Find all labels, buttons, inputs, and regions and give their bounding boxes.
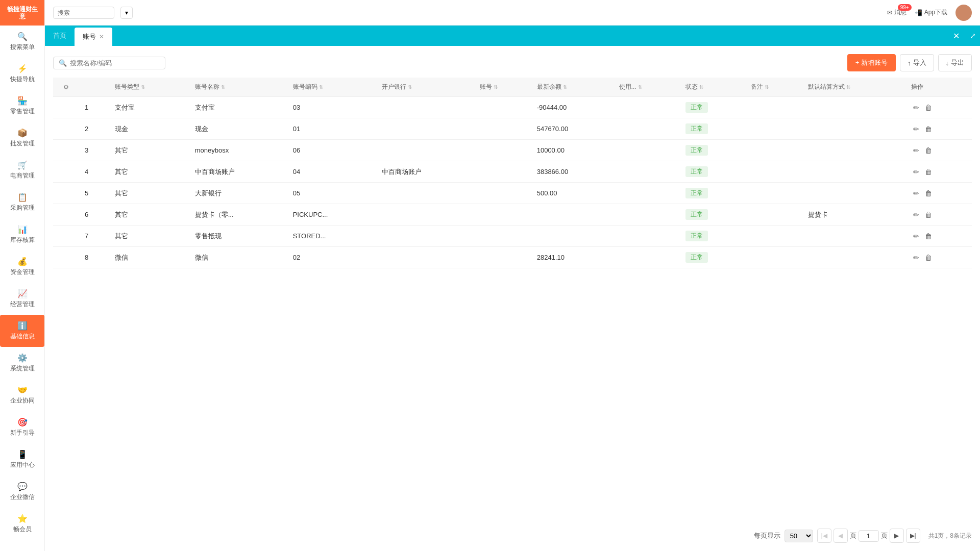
edit-button[interactable]: ✏ xyxy=(911,253,921,263)
delete-button[interactable]: 🗑 xyxy=(923,103,934,113)
next-page-button[interactable]: ▶ xyxy=(890,529,904,543)
edit-button[interactable]: ✏ xyxy=(911,145,921,156)
col-latest-balance[interactable]: 最新余额 ⇅ xyxy=(531,78,613,97)
cell-account-number xyxy=(474,140,531,161)
account-search-box[interactable]: 🔍 xyxy=(53,57,165,69)
guide-icon: 🎯 xyxy=(17,417,28,427)
cell-settings xyxy=(53,183,79,204)
app-download-label: App下载 xyxy=(924,8,947,17)
col-account-code[interactable]: 账号编码 ⇅ xyxy=(287,78,376,97)
cell-index: 1 xyxy=(79,97,109,118)
cell-latest-balance xyxy=(531,226,613,247)
export-button[interactable]: ↓ 导出 xyxy=(938,54,972,71)
cell-notes xyxy=(745,204,802,226)
sidebar: 畅捷通财生意 🔍 搜索菜单 ⚡ 快捷导航 🏪 零售管理 📦 批发管理 🛒 电商管… xyxy=(0,0,45,551)
cell-default-settlement xyxy=(802,97,905,118)
delete-button[interactable]: 🗑 xyxy=(923,253,934,263)
edit-button[interactable]: ✏ xyxy=(911,231,921,241)
sidebar-item-finance-mgmt[interactable]: 💰 资金管理 xyxy=(0,251,44,283)
cell-settings xyxy=(53,161,79,183)
cell-settings xyxy=(53,140,79,161)
cell-account-number xyxy=(474,247,531,268)
cell-opening-bank: 中百商场账户 xyxy=(376,161,474,183)
edit-button[interactable]: ✏ xyxy=(911,210,921,220)
sidebar-item-quick-nav[interactable]: ⚡ 快捷导航 xyxy=(0,58,44,90)
col-settings[interactable]: ⚙ xyxy=(53,78,79,97)
col-account-name[interactable]: 账号名称 ⇅ xyxy=(189,78,287,97)
cell-notes xyxy=(745,226,802,247)
sidebar-item-enterprise-wechat[interactable]: 💬 企业微信 xyxy=(0,475,44,508)
prev-page-button[interactable]: ◀ xyxy=(834,529,848,543)
search-menu-icon: 🔍 xyxy=(17,32,28,41)
edit-button[interactable]: ✏ xyxy=(911,103,921,113)
toolbar-actions: + 新增账号 ↑ 导入 ↓ 导出 xyxy=(847,54,972,71)
cell-index: 7 xyxy=(79,226,109,247)
col-default-settlement[interactable]: 默认结算方式 ⇅ xyxy=(802,78,905,97)
sidebar-item-label: 电商管理 xyxy=(10,171,35,180)
sidebar-item-wholesale-mgmt[interactable]: 📦 批发管理 xyxy=(0,122,44,154)
export-label: 导出 xyxy=(951,58,964,67)
col-notes[interactable]: 备注 ⇅ xyxy=(745,78,802,97)
topbar-dropdown[interactable]: ▾ xyxy=(120,7,133,19)
col-account-type[interactable]: 账号类型 ⇅ xyxy=(109,78,189,97)
sidebar-item-new-guide[interactable]: 🎯 新手引导 xyxy=(0,411,44,443)
col-status[interactable]: 状态 ⇅ xyxy=(679,78,745,97)
first-page-button[interactable]: |◀ xyxy=(817,529,831,543)
sidebar-item-label: 批发管理 xyxy=(10,139,35,148)
page-number-input[interactable] xyxy=(859,530,879,542)
account-search-input[interactable] xyxy=(70,59,160,67)
last-page-button[interactable]: ▶| xyxy=(906,529,920,543)
cell-account-number xyxy=(474,183,531,204)
page-size-select[interactable]: 50 100 200 xyxy=(785,530,813,542)
avatar[interactable] xyxy=(955,5,972,21)
col-opening-bank[interactable]: 开户银行 ⇅ xyxy=(376,78,474,97)
sidebar-item-system-mgmt[interactable]: ⚙️ 系统管理 xyxy=(0,347,44,379)
sidebar-item-vip-member[interactable]: ⭐ 畅会员 xyxy=(0,508,44,540)
tab-close-icon[interactable]: ✕ xyxy=(99,33,104,40)
topbar-search-input[interactable] xyxy=(53,7,114,19)
delete-button[interactable]: 🗑 xyxy=(923,210,934,220)
cell-account-name: 提货卡（零... xyxy=(189,204,287,226)
sidebar-item-purchase-mgmt[interactable]: 📋 采购管理 xyxy=(0,186,44,218)
add-account-button[interactable]: + 新增账号 xyxy=(847,54,896,71)
app-download-button[interactable]: 📲 App下载 xyxy=(915,8,947,17)
status-badge: 正常 xyxy=(685,166,708,177)
cell-latest-balance xyxy=(531,204,613,226)
edit-button[interactable]: ✏ xyxy=(911,124,921,134)
sidebar-item-search-menu[interactable]: 🔍 搜索菜单 xyxy=(0,26,44,58)
sidebar-item-basic-info[interactable]: ℹ️ 基础信息 xyxy=(0,315,44,347)
status-badge: 正常 xyxy=(685,123,708,134)
sidebar-item-enterprise-agreement[interactable]: 🤝 企业协同 xyxy=(0,379,44,411)
cell-status: 正常 xyxy=(679,97,745,118)
cell-status: 正常 xyxy=(679,183,745,204)
edit-button[interactable]: ✏ xyxy=(911,167,921,177)
tab-home[interactable]: 首页 xyxy=(45,26,75,46)
edit-button[interactable]: ✏ xyxy=(911,188,921,198)
delete-button[interactable]: 🗑 xyxy=(923,167,934,177)
import-button[interactable]: ↑ 导入 xyxy=(900,54,934,71)
cell-account-number xyxy=(474,204,531,226)
tab-account[interactable]: 账号 ✕ xyxy=(75,28,112,46)
delete-button[interactable]: 🗑 xyxy=(923,188,934,198)
cell-account-type: 其它 xyxy=(109,204,189,226)
sidebar-item-app-center[interactable]: 📱 应用中心 xyxy=(0,443,44,475)
col-account-number[interactable]: 账号 ⇅ xyxy=(474,78,531,97)
delete-button[interactable]: 🗑 xyxy=(923,145,934,156)
messages-button[interactable]: ✉ 消息 99+ xyxy=(887,8,906,17)
delete-button[interactable]: 🗑 xyxy=(923,231,934,241)
cell-notes xyxy=(745,118,802,140)
delete-button[interactable]: 🗑 xyxy=(923,124,934,134)
sidebar-item-retail-mgmt[interactable]: 🏪 零售管理 xyxy=(0,90,44,122)
cell-account-code: 02 xyxy=(287,247,376,268)
sidebar-item-operations-mgmt[interactable]: 📈 经营管理 xyxy=(0,283,44,315)
cell-index: 3 xyxy=(79,140,109,161)
sidebar-item-ecommerce-mgmt[interactable]: 🛒 电商管理 xyxy=(0,154,44,186)
cell-opening-bank xyxy=(376,97,474,118)
topbar: ▾ ✉ 消息 99+ 📲 App下载 xyxy=(45,0,980,26)
cell-use-status xyxy=(613,97,680,118)
col-use-status[interactable]: 使用... ⇅ xyxy=(613,78,680,97)
pagination: 每页显示 50 100 200 |◀ ◀ 页 页 ▶ ▶| 共1页，8条记录 xyxy=(53,522,972,543)
tabbar-close-button[interactable]: ✕ xyxy=(947,31,966,41)
sidebar-item-inventory[interactable]: 📊 库存核算 xyxy=(0,218,44,251)
tabbar-expand-button[interactable]: ⤢ xyxy=(966,32,980,40)
